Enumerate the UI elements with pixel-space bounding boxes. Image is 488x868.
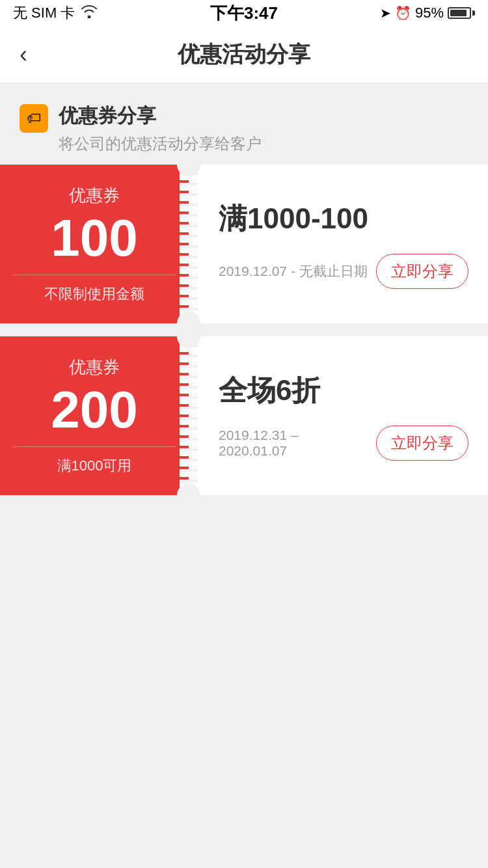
back-button[interactable]: ‹ <box>20 41 27 68</box>
coupon-card-2: 优惠券 200 满1000可用 全场6折 2019.12.31 – 2020.0… <box>0 336 488 495</box>
nav-bar: ‹ 优惠活动分享 <box>0 26 488 83</box>
status-time: 下午3:47 <box>210 2 278 25</box>
coupon-divider-1 <box>13 275 176 275</box>
section-text: 优惠券分享 将公司的优惠活动分享给客户 <box>59 103 262 154</box>
nav-title: 优惠活动分享 <box>178 40 310 70</box>
coupon-condition-1: 不限制使用金额 <box>44 284 144 304</box>
section-header: 🏷 优惠券分享 将公司的优惠活动分享给客户 <box>0 83 488 165</box>
coupon-amount-2: 200 <box>51 384 137 436</box>
alarm-icon: ⏰ <box>395 5 411 21</box>
coupon-amount-1: 100 <box>51 212 137 264</box>
status-right: ➤ ⏰ 95% <box>380 5 475 21</box>
coupon-left-2: 优惠券 200 满1000可用 <box>0 336 189 495</box>
section-icon: 🏷 <box>20 104 48 133</box>
section-title: 优惠券分享 <box>59 103 262 129</box>
coupon-icon: 🏷 <box>27 110 41 127</box>
coupon-right-1: 满1000-100 2019.12.07 - 无截止日期 立即分享 <box>189 165 488 323</box>
coupon-right-2: 全场6折 2019.12.31 – 2020.01.07 立即分享 <box>189 336 488 495</box>
status-left: 无 SIM 卡 <box>13 3 98 23</box>
location-icon: ➤ <box>380 5 391 21</box>
coupon-notch-top-2 <box>177 336 200 348</box>
coupon-card-1: 优惠券 100 不限制使用金额 满1000-100 2019.12.07 - 无… <box>0 165 488 323</box>
coupon-condition-2: 满1000可用 <box>57 456 132 476</box>
coupon-divider-2 <box>13 446 176 447</box>
coupon-notch-bottom-2 <box>177 483 200 495</box>
coupon-notch-bottom-1 <box>177 312 200 323</box>
coupon-left-1: 优惠券 100 不限制使用金额 <box>0 165 189 323</box>
battery-icon <box>448 7 475 19</box>
battery-percent: 95% <box>415 5 444 21</box>
coupon-date-1: 2019.12.07 - 无截止日期 <box>219 262 370 280</box>
coupon-name-2: 全场6折 <box>219 372 468 410</box>
wifi-icon <box>80 4 98 22</box>
bottom-area <box>0 521 488 868</box>
coupon-date-2: 2019.12.31 – 2020.01.07 <box>219 427 370 459</box>
carrier-text: 无 SIM 卡 <box>13 3 75 23</box>
coupon-meta-1: 2019.12.07 - 无截止日期 立即分享 <box>219 254 468 289</box>
coupon-list: 优惠券 100 不限制使用金额 满1000-100 2019.12.07 - 无… <box>0 165 488 521</box>
section-subtitle: 将公司的优惠活动分享给客户 <box>59 133 262 154</box>
coupon-name-1: 满1000-100 <box>219 200 468 238</box>
share-button-2[interactable]: 立即分享 <box>376 426 468 461</box>
coupon-label-1: 优惠券 <box>69 184 120 207</box>
share-button-1[interactable]: 立即分享 <box>376 254 468 289</box>
status-bar: 无 SIM 卡 下午3:47 ➤ ⏰ 95% <box>0 0 488 26</box>
coupon-meta-2: 2019.12.31 – 2020.01.07 立即分享 <box>219 426 468 461</box>
coupon-label-2: 优惠券 <box>69 356 120 379</box>
coupon-notch-top-1 <box>177 165 200 176</box>
